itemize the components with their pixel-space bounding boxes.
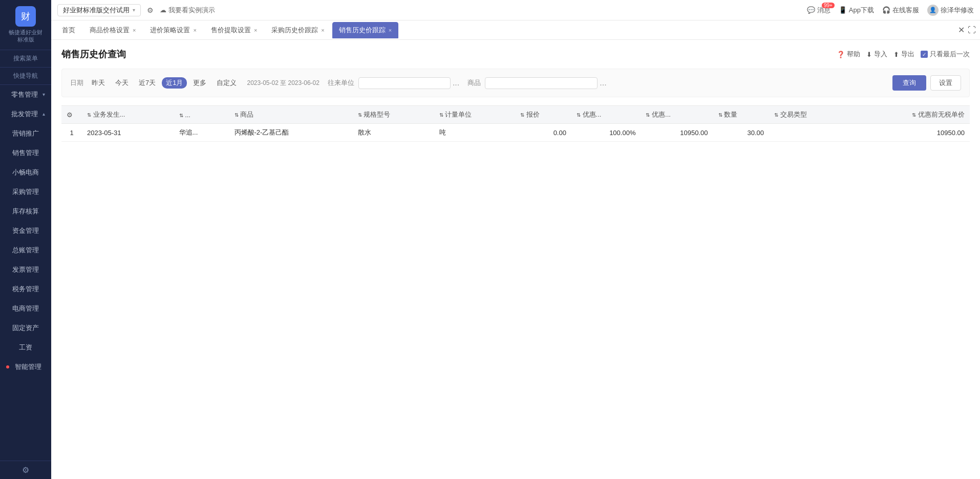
date-opt-custom[interactable]: 自定义 [212,77,241,89]
sidebar-item-marketing[interactable]: 营销推广 [0,124,51,143]
sidebar-item-ecom[interactable]: 电商管理 [0,299,51,318]
sidebar-item-tax[interactable]: 税务管理 [0,279,51,299]
sort-icon: ⇅ [87,112,91,118]
date-opt-last7[interactable]: 近7天 [135,77,160,89]
col-header-discount1[interactable]: ⇅ 优惠... [571,106,641,124]
col-header-extra[interactable]: ⇅ ... [174,106,229,124]
date-opt-more[interactable]: 更多 [189,77,210,89]
content-area: 销售历史价查询 ❓ 帮助 ⬇ 导入 ⬆ 导出 ✓ [51,40,980,479]
export-button[interactable]: ⬆ 导出 [893,50,914,59]
data-table: ⚙ ⇅ 业务发生... ⇅ ... ⇅ 商品 [61,105,970,142]
export-icon: ⬆ [893,51,899,58]
col-header-unit[interactable]: ⇅ 计量单位 [434,106,516,124]
tab-close-sale-extract[interactable]: × [254,27,257,33]
tab-close-purchase-history[interactable]: × [321,27,324,33]
filter-actions: 查询 设置 [892,75,961,91]
col-header-gear[interactable]: ⚙ [61,106,82,124]
import-icon: ⬇ [866,51,872,58]
sidebar-item-smart[interactable]: 智能管理 [0,357,51,377]
partner-label: 往来单位 [328,78,354,88]
sort-icon: ⇅ [179,113,183,118]
mobile-icon: 📱 [839,6,847,14]
app-download-button[interactable]: 📱 App下载 [839,6,874,15]
date-opt-today[interactable]: 今天 [111,77,133,89]
close-window-button[interactable]: ✕ [958,26,965,34]
col-header-product[interactable]: ⇅ 商品 [229,106,353,124]
tabbar: 首页 商品价格设置 × 进价策略设置 × 售价提取设置 × 采购历史价跟踪 × … [51,20,980,40]
sidebar-item-assets[interactable]: 固定资产 [0,318,51,338]
product-select-button[interactable]: ... [600,78,606,88]
sort-icon: ⇅ [774,112,778,118]
sidebar-quicknav[interactable]: 快捷导航 [0,68,51,85]
demo-link[interactable]: ☁ 我要看实例演示 [160,6,215,15]
cell-discount2: 10950.00 [641,124,713,142]
date-opt-yesterday[interactable]: 昨天 [88,77,109,89]
only-last-checkbox[interactable]: ✓ 只看最后一次 [921,50,970,59]
query-button[interactable]: 查询 [892,75,926,91]
date-range-display: 2023-05-02 至 2023-06-02 [247,79,319,88]
gear-icon[interactable]: ⚙ [22,465,29,475]
sidebar: 财 畅捷通好业财标准版 搜索菜单 快捷导航 零售管理 ▾ 批发管理 ▴ 营销推广… [0,0,51,479]
tab-sale-extract[interactable]: 售价提取设置 × [204,22,264,38]
col-header-date[interactable]: ⇅ 业务发生... [82,106,174,124]
col-header-price[interactable]: ⇅ 报价 [515,106,571,124]
sort-icon: ⇅ [439,112,443,118]
tab-purchase-history[interactable]: 采购历史价跟踪 × [265,22,331,38]
page-header: 销售历史价查询 ❓ 帮助 ⬇ 导入 ⬆ 导出 ✓ [61,48,970,60]
product-input[interactable] [485,77,598,89]
sidebar-item-inventory[interactable]: 库存核算 [0,202,51,221]
partner-select-button[interactable]: ... [453,78,459,88]
message-button[interactable]: 💬 消息 99+ [807,6,830,15]
logo-text: 畅捷通好业财标准版 [9,29,42,43]
sidebar-search[interactable]: 搜索菜单 [0,50,51,68]
partner-input[interactable] [358,77,451,89]
cell-unit: 吨 [434,124,516,142]
import-button[interactable]: ⬇ 导入 [866,50,887,59]
tab-close-product-price[interactable]: × [133,27,136,33]
sidebar-item-wholesale[interactable]: 批发管理 ▴ [0,104,51,124]
gear-icon[interactable]: ⚙ [67,111,73,119]
tab-sales-history[interactable]: 销售历史价跟踪 × [332,22,398,38]
cell-spec: 散水 [353,124,434,142]
user-avatar-icon: 👤 [927,5,939,16]
version-selector[interactable]: 好业财标准版交付试用 ▾ [57,4,141,16]
tab-home[interactable]: 首页 [55,22,82,38]
sidebar-item-ledger[interactable]: 总账管理 [0,241,51,260]
tab-close-sales-history[interactable]: × [389,27,392,33]
topbar: 好业财标准版交付试用 ▾ ⚙ ☁ 我要看实例演示 💬 消息 99+ 📱 App下… [51,0,980,20]
col-header-pretax-price[interactable]: ⇅ 优惠前无税单价 [850,106,970,124]
filter-product-group: 商品 ... [467,77,606,89]
help-button[interactable]: ❓ 帮助 [837,50,860,59]
sidebar-item-payroll[interactable]: 工资 [0,338,51,357]
user-menu-button[interactable]: 👤 徐泽华修改 [927,5,974,16]
tab-close-purchase-strategy[interactable]: × [193,27,196,33]
sort-icon: ⇅ [718,112,722,118]
sidebar-item-invoice[interactable]: 发票管理 [0,260,51,279]
sidebar-bottom: ⚙ [0,461,51,479]
sidebar-item-sales[interactable]: 销售管理 [0,143,51,163]
cell-product: 丙烯酸-2-乙基己酯 [229,124,353,142]
tab-product-price[interactable]: 商品价格设置 × [83,22,142,38]
sidebar-item-purchase[interactable]: 采购管理 [0,182,51,202]
settings-button[interactable]: 设置 [930,75,961,91]
cell-price: 0.00 [515,124,571,142]
cell-discount1: 100.00% [571,124,641,142]
date-opt-last1m[interactable]: 近1月 [162,77,187,89]
col-header-spec[interactable]: ⇅ 规格型号 [353,106,434,124]
sidebar-item-retail[interactable]: 零售管理 ▾ [0,85,51,104]
cell-date: 2023-05-31 [82,124,174,142]
headset-icon: 🎧 [882,6,890,14]
maximize-window-button[interactable]: ⛶ [968,26,976,34]
chevron-down-icon: ▾ [133,7,135,13]
online-support-button[interactable]: 🎧 在线客服 [882,6,919,15]
col-header-trade-type[interactable]: ⇅ 交易类型 [769,106,850,124]
logo-icon: 财 [15,6,36,27]
col-header-quantity[interactable]: ⇅ 数量 [713,106,770,124]
dot-indicator [6,365,9,368]
topbar-gear-icon[interactable]: ⚙ [147,6,154,14]
sidebar-item-finance[interactable]: 资金管理 [0,221,51,241]
product-input-wrapper: ... [485,77,606,89]
sidebar-item-xcshop[interactable]: 小畅电商 [0,163,51,182]
tab-purchase-strategy[interactable]: 进价策略设置 × [143,22,203,38]
col-header-discount2[interactable]: ⇅ 优惠... [641,106,713,124]
